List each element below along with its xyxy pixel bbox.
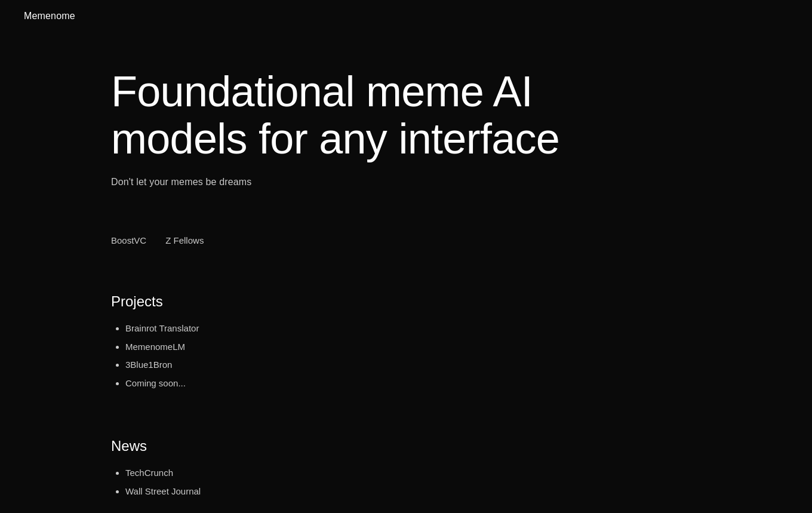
investor-label[interactable]: Z Fellows xyxy=(165,235,204,245)
list-item: MemenomeLM xyxy=(125,340,701,354)
hero-subtitle: Don't let your memes be dreams xyxy=(111,177,701,188)
hero-title: Foundational meme AI models for any inte… xyxy=(111,68,648,162)
list-item: Brainrot Translator xyxy=(125,322,701,336)
news-list: TechCrunchWall Street Journal xyxy=(111,466,701,498)
news-section: News TechCrunchWall Street Journal xyxy=(111,438,701,498)
investor-label[interactable]: BoostVC xyxy=(111,235,146,245)
list-item: 3Blue1Bron xyxy=(125,358,701,372)
projects-title: Projects xyxy=(111,293,701,310)
list-item[interactable]: TechCrunch xyxy=(125,466,701,480)
main-content: Foundational meme AI models for any inte… xyxy=(0,32,812,513)
site-logo[interactable]: Memenome xyxy=(24,11,75,21)
list-item[interactable]: Wall Street Journal xyxy=(125,485,701,499)
list-item: Coming soon... xyxy=(125,377,701,391)
hero-section: Foundational meme AI models for any inte… xyxy=(111,68,701,188)
projects-list: Brainrot TranslatorMemenomeLM3Blue1BronC… xyxy=(111,322,701,390)
investors-section: BoostVCZ Fellows xyxy=(111,235,701,245)
projects-section: Projects Brainrot TranslatorMemenomeLM3B… xyxy=(111,293,701,390)
site-header: Memenome xyxy=(0,0,812,32)
news-title: News xyxy=(111,438,701,454)
